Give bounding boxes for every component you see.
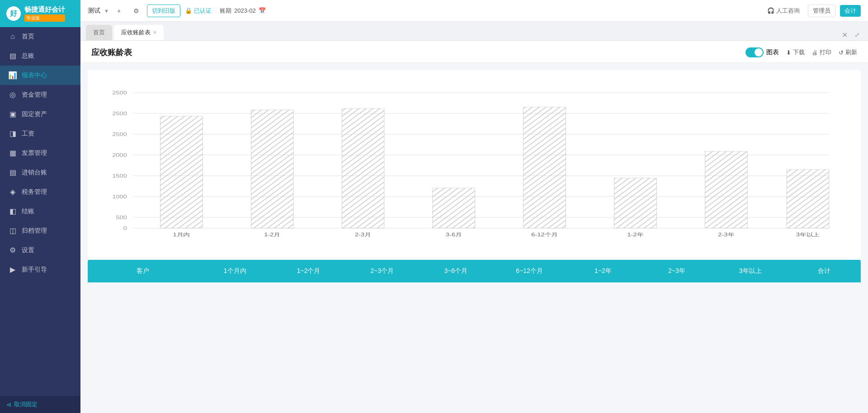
chart-toggle-label: 图表 bbox=[766, 48, 779, 56]
cert-label: 已认证 bbox=[194, 7, 212, 15]
user-button[interactable]: 管理员 bbox=[808, 5, 835, 17]
refresh-icon: ↺ bbox=[839, 49, 844, 56]
sidebar-item-home[interactable]: ⌂ 首页 bbox=[0, 27, 80, 46]
sidebar-nav: ⌂ 首页 ▤ 总账 📊 报表中心 ◎ 资金管理 ▣ 固定资产 ◨ 工资 ▦ 发票… bbox=[0, 27, 80, 396]
svg-text:1-2月: 1-2月 bbox=[264, 232, 280, 238]
tab-close-icon[interactable]: × bbox=[153, 29, 156, 36]
svg-text:2-3月: 2-3月 bbox=[355, 232, 371, 238]
col-1month: 1个月内 bbox=[198, 260, 272, 282]
add-button[interactable]: + bbox=[113, 5, 125, 17]
svg-text:2-3年: 2-3年 bbox=[718, 232, 734, 238]
col-customer: 客户 bbox=[88, 260, 198, 282]
toggle-knob bbox=[755, 48, 763, 56]
trade-icon: ▤ bbox=[8, 168, 17, 177]
bar-1-2年 bbox=[614, 178, 657, 228]
col-1-2year: 1~2年 bbox=[566, 260, 640, 282]
bar-3年以上 bbox=[787, 169, 829, 228]
payroll-icon: ◨ bbox=[8, 129, 17, 138]
tab-aging-label: 应收账龄表 bbox=[121, 28, 151, 37]
svg-text:3-6月: 3-6月 bbox=[446, 232, 462, 238]
sidebar-item-archive[interactable]: ◫ 归档管理 bbox=[0, 221, 80, 240]
sidebar-item-guide[interactable]: ▶ 新手引导 bbox=[0, 260, 80, 279]
sidebar-item-tax[interactable]: ◈ 税务管理 bbox=[0, 182, 80, 202]
svg-text:500: 500 bbox=[116, 215, 127, 221]
chart-area: 2500 2500 2500 2000 1500 1000 500 0 bbox=[88, 70, 861, 260]
refresh-label: 刷新 bbox=[845, 48, 857, 56]
sidebar-item-close[interactable]: ◧ 结账 bbox=[0, 202, 80, 221]
chart-toggle[interactable] bbox=[745, 47, 764, 57]
bar-6-12月 bbox=[524, 107, 566, 228]
svg-text:1000: 1000 bbox=[112, 194, 127, 200]
consult-button[interactable]: 🎧 人工咨询 bbox=[767, 7, 800, 15]
print-button[interactable]: 🖨 打印 bbox=[812, 48, 831, 56]
cert-badge: 🔒 已认证 bbox=[185, 7, 212, 15]
window-expand-button[interactable]: ⤢ bbox=[852, 29, 863, 40]
window-close-button[interactable]: ✕ bbox=[839, 29, 850, 40]
sidebar-item-funds[interactable]: ◎ 资金管理 bbox=[0, 85, 80, 104]
svg-text:3年以上: 3年以上 bbox=[796, 232, 820, 238]
print-label: 打印 bbox=[820, 48, 831, 56]
print-icon: 🖨 bbox=[812, 49, 818, 56]
tab-aging[interactable]: 应收账龄表 × bbox=[114, 25, 164, 40]
switch-version-button[interactable]: 切到旧版 bbox=[147, 5, 180, 17]
col-1-2month: 1~2个月 bbox=[272, 260, 345, 282]
topbar: 测试 ▾ + ⚙ 切到旧版 🔒 已认证 账期 2023-02 📅 🎧 人工咨询 … bbox=[80, 0, 868, 22]
unpin-label: 取消固定 bbox=[14, 400, 38, 408]
bar-1-2月 bbox=[251, 110, 293, 228]
col-2-3year: 2~3年 bbox=[640, 260, 713, 282]
archive-icon: ◫ bbox=[8, 226, 17, 235]
sidebar-item-invoice[interactable]: ▦ 发票管理 bbox=[0, 143, 80, 163]
tax-icon: ◈ bbox=[8, 188, 17, 196]
svg-text:2500: 2500 bbox=[112, 90, 127, 96]
page-header: 应收账龄表 图表 ⬇ 下载 🖨 打印 ↺ 刷新 bbox=[80, 41, 868, 63]
settings-icon: ⚙ bbox=[8, 246, 17, 254]
logo-name: 畅捷通好会计 bbox=[24, 5, 65, 14]
col-3year-plus: 3年以上 bbox=[713, 260, 787, 282]
sidebar-item-ledger[interactable]: ▤ 总账 bbox=[0, 46, 80, 66]
sidebar-item-assets[interactable]: ▣ 固定资产 bbox=[0, 104, 80, 124]
download-label: 下载 bbox=[793, 48, 805, 56]
sidebar-label-settings: 设置 bbox=[22, 246, 34, 254]
calendar-icon[interactable]: 📅 bbox=[259, 7, 266, 14]
bottom-padding bbox=[88, 282, 861, 291]
invoice-icon: ▦ bbox=[8, 149, 17, 157]
col-2-3month: 2~3个月 bbox=[345, 260, 419, 282]
logo-text-block: 畅捷通好会计 专业版 bbox=[24, 5, 65, 22]
consult-label: 人工咨询 bbox=[776, 7, 800, 15]
consult-icon: 🎧 bbox=[767, 7, 774, 14]
tabbar: 首页 应收账龄表 × ✕ ⤢ bbox=[80, 22, 868, 41]
main-area: 测试 ▾ + ⚙ 切到旧版 🔒 已认证 账期 2023-02 📅 🎧 人工咨询 … bbox=[80, 0, 868, 413]
sidebar-logo: 好 畅捷通好会计 专业版 bbox=[0, 0, 80, 27]
logo-badge: 专业版 bbox=[24, 14, 65, 22]
download-icon: ⬇ bbox=[786, 49, 791, 56]
download-button[interactable]: ⬇ 下载 bbox=[786, 48, 805, 56]
reports-icon: 📊 bbox=[8, 71, 17, 80]
sidebar-label-payroll: 工资 bbox=[22, 130, 34, 138]
svg-text:1500: 1500 bbox=[112, 173, 127, 179]
col-3-6month: 3~6个月 bbox=[419, 260, 493, 282]
company-dropdown-icon[interactable]: ▾ bbox=[105, 7, 108, 14]
topbar-settings-icon: ⚙ bbox=[133, 7, 139, 14]
tab-home[interactable]: 首页 bbox=[86, 25, 112, 40]
sidebar-item-settings[interactable]: ⚙ 设置 bbox=[0, 240, 80, 260]
cert-icon: 🔒 bbox=[185, 7, 192, 14]
sidebar-label-assets: 固定资产 bbox=[22, 110, 47, 118]
refresh-button[interactable]: ↺ 刷新 bbox=[839, 48, 857, 56]
add-icon: + bbox=[117, 7, 121, 14]
unpin-button[interactable]: ⊲ 取消固定 bbox=[0, 396, 80, 413]
sidebar-label-close: 结账 bbox=[22, 207, 34, 216]
sidebar-label-home: 首页 bbox=[22, 33, 34, 41]
sidebar: 好 畅捷通好会计 专业版 ⌂ 首页 ▤ 总账 📊 报表中心 ◎ 资金管理 ▣ 固… bbox=[0, 0, 80, 413]
sidebar-label-invoice: 发票管理 bbox=[22, 149, 47, 157]
table-header: 客户 1个月内 1~2个月 2~3个月 3~6个月 6~12个月 1~2年 2~… bbox=[88, 260, 861, 282]
assets-icon: ▣ bbox=[8, 110, 17, 118]
role-button[interactable]: 会计 bbox=[840, 5, 861, 17]
page-actions: 图表 ⬇ 下载 🖨 打印 ↺ 刷新 bbox=[745, 47, 857, 57]
chart-toggle-group: 图表 bbox=[745, 47, 779, 57]
sidebar-item-reports[interactable]: 📊 报表中心 bbox=[0, 66, 80, 85]
svg-text:1-2年: 1-2年 bbox=[627, 232, 643, 238]
topbar-settings-button[interactable]: ⚙ bbox=[130, 5, 142, 17]
sidebar-item-trade[interactable]: ▤ 进销台账 bbox=[0, 163, 80, 182]
svg-text:6-12个月: 6-12个月 bbox=[531, 232, 558, 238]
sidebar-item-payroll[interactable]: ◨ 工资 bbox=[0, 124, 80, 143]
